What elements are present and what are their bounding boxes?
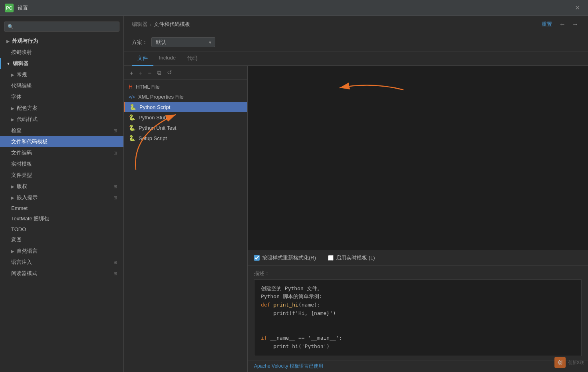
- list-item[interactable]: 🐍 Python Unit Test: [124, 123, 247, 133]
- sidebar-item-keymap[interactable]: 按键映射: [0, 47, 123, 58]
- sidebar-item-label: 语言注入: [11, 259, 32, 266]
- main-panel: 编辑器 › 文件和代码模板 重置 ← → 方案： 默认: [124, 16, 588, 372]
- editor-area: [248, 66, 588, 250]
- sidebar-item-color-scheme[interactable]: ▶ 配色方案: [0, 103, 123, 114]
- arrow-icon: ▼: [6, 61, 10, 66]
- sidebar-item-intentions[interactable]: 意图: [0, 234, 123, 245]
- sidebar-item-natural-language[interactable]: ▶ 自然语言: [0, 245, 123, 257]
- sidebar-item-file-encoding[interactable]: 文件编码 ⊞: [0, 147, 123, 158]
- file-item-label: Python Script: [139, 104, 170, 110]
- search-icon: 🔍: [8, 24, 14, 30]
- add-template-button[interactable]: +: [128, 69, 135, 77]
- close-button[interactable]: ✕: [572, 2, 583, 13]
- scheme-select[interactable]: 默认: [151, 37, 215, 47]
- titlebar: PC 设置 ✕: [0, 0, 588, 16]
- reset-template-button[interactable]: ↺: [165, 68, 174, 77]
- footer-link[interactable]: Apache Velocity: [254, 363, 288, 369]
- file-item-label: Python Unit Test: [139, 125, 176, 131]
- reformat-label: 按照样式重新格式化(R): [262, 254, 316, 261]
- sidebar-item-code-style[interactable]: ▶ 代码样式: [0, 114, 123, 125]
- sidebar-item-label: TextMate 捆绑包: [11, 215, 49, 222]
- tab-include[interactable]: Include: [153, 51, 181, 66]
- python-icon: 🐍: [129, 135, 135, 141]
- window: PC 设置 ✕ 🔍 ▶ 外观与行为 按键映射 ▼ 编辑器 ▶: [0, 0, 588, 372]
- sidebar-item-label: 文件和代码模板: [11, 138, 48, 145]
- sidebar-item-appearance[interactable]: ▶ 外观与行为: [0, 36, 123, 47]
- ext-icon: ⊞: [113, 184, 117, 189]
- tabs-row: 文件 Include 代码: [124, 51, 588, 66]
- reformat-checkbox[interactable]: [254, 255, 260, 261]
- window-title: 设置: [18, 4, 572, 12]
- ext-icon: ⊞: [113, 260, 117, 265]
- sidebar-item-file-templates[interactable]: 文件和代码模板: [0, 136, 123, 147]
- sidebar-item-live-templates[interactable]: 实时模板: [0, 158, 123, 170]
- file-item-label: Python Stub: [139, 115, 167, 121]
- desc-line: Python 脚本的简单示例:: [261, 293, 322, 299]
- desc-line: if: [261, 335, 270, 341]
- sidebar-item-textmate[interactable]: TextMate 捆绑包: [0, 213, 123, 224]
- list-item[interactable]: 🐍 Setup Script: [124, 133, 247, 143]
- sidebar-item-lang-inject[interactable]: 语言注入 ⊞: [0, 257, 123, 268]
- search-box: 🔍: [4, 22, 119, 32]
- description-label: 描述：: [254, 270, 582, 277]
- arrow-icon: ▶: [11, 184, 14, 189]
- sidebar-item-reader-mode[interactable]: 阅读器模式 ⊞: [0, 268, 123, 279]
- desc-line: print_hi: [273, 302, 298, 308]
- breadcrumb-separator: ›: [150, 22, 151, 28]
- scheme-label: 方案：: [132, 39, 147, 46]
- sidebar-item-label: 配色方案: [17, 105, 38, 112]
- watermark-logo: 创: [554, 357, 566, 368]
- sidebar-item-label: 常规: [17, 71, 27, 78]
- scheme-select-wrap: 默认: [151, 37, 215, 47]
- watermark-text: 创新X联: [568, 360, 584, 366]
- sidebar-item-label: 检查: [11, 127, 22, 134]
- sidebar-item-inlay-hints[interactable]: ▶ 嵌入提示 ⊞: [0, 192, 123, 203]
- reset-button[interactable]: 重置: [539, 20, 554, 29]
- sidebar-item-label: 嵌入提示: [17, 194, 38, 201]
- live-template-checkbox[interactable]: [328, 255, 334, 261]
- sidebar: 🔍 ▶ 外观与行为 按键映射 ▼ 编辑器 ▶ 常规 代码编辑: [0, 16, 124, 372]
- list-item[interactable]: </> XML Properties File: [124, 92, 247, 102]
- right-pane: 按照样式重新格式化(R) 启用实时模板 (L) 描述： 创建空的 Python …: [248, 66, 588, 372]
- remove-template-button[interactable]: −: [146, 69, 154, 77]
- ext-icon: ⊞: [113, 195, 117, 200]
- sidebar-item-general[interactable]: ▶ 常规: [0, 69, 123, 80]
- xml-icon: </>: [129, 95, 135, 99]
- list-item[interactable]: H HTML File: [124, 81, 247, 92]
- sidebar-item-emmet[interactable]: Emmet: [0, 203, 123, 213]
- back-button[interactable]: ←: [558, 20, 567, 29]
- description-content: 创建空的 Python 文件。 Python 脚本的简单示例: def prin…: [254, 279, 582, 356]
- sidebar-item-label: 代码编辑: [11, 82, 32, 89]
- sidebar-item-file-types[interactable]: 文件类型: [0, 170, 123, 181]
- sidebar-item-label: 按键映射: [11, 49, 32, 56]
- ext-icon: ⊞: [113, 128, 117, 133]
- header-actions: 重置 ← →: [539, 20, 580, 29]
- sidebar-item-editor[interactable]: ▼ 编辑器: [0, 58, 123, 69]
- sidebar-item-label: 实时模板: [11, 160, 32, 168]
- sidebar-item-todo[interactable]: TODO: [0, 224, 123, 234]
- live-template-checkbox-label[interactable]: 启用实时模板 (L): [328, 254, 375, 261]
- sidebar-item-code-edit[interactable]: 代码编辑: [0, 80, 123, 91]
- forward-button[interactable]: →: [570, 20, 580, 29]
- list-item[interactable]: 🐍 Python Stub: [124, 112, 247, 123]
- reformat-checkbox-label[interactable]: 按照样式重新格式化(R): [254, 254, 316, 261]
- sidebar-item-copyright[interactable]: ▶ 版权 ⊞: [0, 181, 123, 192]
- sidebar-item-font[interactable]: 字体: [0, 91, 123, 103]
- app-icon: PC: [5, 4, 14, 12]
- desc-line: print_hi('Python'): [261, 343, 330, 349]
- add-sub-button[interactable]: +: [137, 69, 145, 77]
- arrow-icon: ▶: [11, 106, 14, 111]
- tab-code[interactable]: 代码: [181, 51, 203, 66]
- file-list: H HTML File </> XML Properties File 🐍 Py…: [124, 80, 247, 372]
- main-header: 编辑器 › 文件和代码模板 重置 ← →: [124, 16, 588, 33]
- python-icon: 🐍: [129, 114, 135, 121]
- sidebar-item-inspection[interactable]: 检查 ⊞: [0, 125, 123, 136]
- tab-file[interactable]: 文件: [132, 51, 153, 66]
- breadcrumb: 编辑器 › 文件和代码模板: [132, 21, 539, 28]
- list-item[interactable]: 🐍 Python Script: [124, 102, 247, 112]
- arrow-icon: ▶: [6, 39, 10, 44]
- copy-template-button[interactable]: ⧉: [155, 68, 163, 77]
- sidebar-item-label: 版权: [17, 183, 27, 190]
- search-input[interactable]: [16, 24, 116, 30]
- sidebar-item-label: 意图: [11, 236, 22, 243]
